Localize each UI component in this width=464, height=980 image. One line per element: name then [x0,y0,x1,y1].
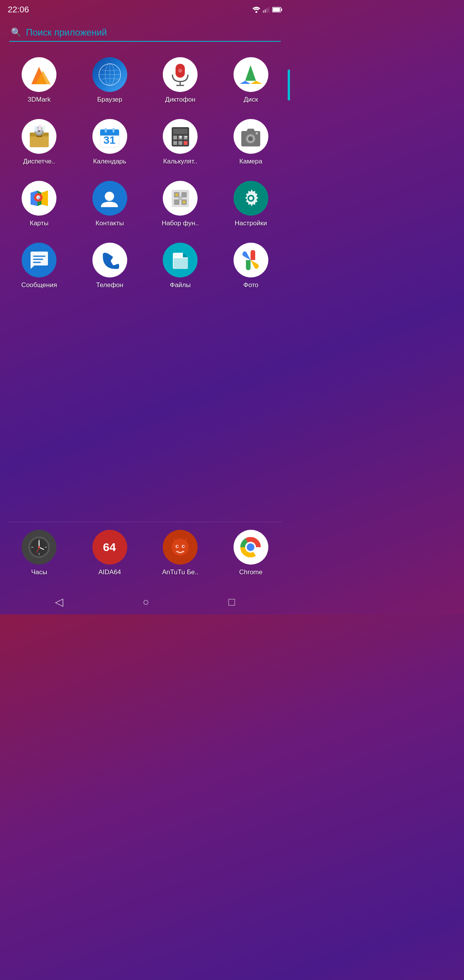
svg-marker-21 [245,65,256,81]
svg-rect-30 [34,126,38,131]
bottom-dock: Часы 64 AIDA64 [0,522,290,614]
svg-rect-66 [181,192,187,197]
app-icon-contacts [92,181,127,216]
app-label-drive: Диск [244,96,258,104]
svg-point-70 [175,193,178,196]
app-item-phone[interactable]: Телефон [75,236,145,298]
dock-icon-antutu [163,530,198,565]
svg-rect-41 [173,129,188,134]
svg-point-55 [256,132,258,134]
app-item-dictophone[interactable]: Диктофон [145,51,216,113]
app-icon-camera [234,119,268,154]
search-icon: 🔍 [11,27,21,37]
app-grid: 3DMark Браузер Д [0,51,290,298]
app-label-messages: Сообщения [21,281,57,289]
status-icons [252,7,282,13]
app-icon-browser [92,57,127,92]
app-item-funcset[interactable]: Набор фун.. [145,175,216,236]
app-icon-settings [234,181,268,216]
svg-point-100 [247,543,254,551]
app-item-files[interactable]: Файлы [145,236,216,298]
svg-rect-3 [266,8,268,13]
app-item-dispatcher[interactable]: Диспетче.. [4,113,75,175]
app-item-3dmark[interactable]: 3DMark [4,51,75,113]
nav-recents-button[interactable]: □ [229,596,235,608]
app-item-calendar[interactable]: 31 Календарь [75,113,145,175]
svg-rect-42 [173,136,177,140]
app-item-settings[interactable]: Настройки [216,175,287,236]
nav-home-button[interactable]: ○ [143,596,149,608]
dock-item-clock[interactable]: Часы [4,524,75,585]
app-icon-phone [92,243,127,277]
svg-point-54 [249,137,252,140]
dock-item-aida64[interactable]: 64 AIDA64 [75,524,145,585]
app-label-dictophone: Диктофон [165,96,196,104]
app-label-settings: Настройки [235,219,267,227]
app-icon-calculator [163,119,198,154]
app-label-calendar: Календарь [93,158,126,165]
svg-point-0 [256,11,258,13]
dock-icon-chrome [234,530,268,565]
app-item-contacts[interactable]: Контакты [75,175,145,236]
app-icon-dictophone [163,57,198,92]
status-time: 22:06 [8,5,29,15]
svg-rect-45 [173,141,177,145]
svg-marker-23 [251,81,262,84]
app-icon-3dmark [22,57,56,92]
svg-rect-39 [113,128,114,133]
app-label-maps: Карты [30,219,48,227]
dock-icon-aida64: 64 [92,530,127,565]
status-bar: 22:06 [0,0,290,18]
dock-divider [8,522,282,522]
svg-marker-22 [240,81,251,84]
nav-back-button[interactable]: ◁ [55,595,63,608]
svg-point-94 [183,546,184,547]
app-icon-maps: G [22,181,56,216]
svg-point-63 [105,192,114,201]
svg-rect-31 [38,125,41,130]
svg-rect-6 [281,9,282,11]
app-item-maps[interactable]: G Карты [4,175,75,236]
app-item-calculator[interactable]: Калькулят.. [145,113,216,175]
app-label-photos: Фото [243,281,258,289]
svg-text:G: G [38,196,40,200]
svg-text:31: 31 [104,134,116,146]
svg-point-71 [183,201,186,204]
app-icon-files [163,243,198,277]
svg-point-18 [178,69,182,73]
app-icon-drive [234,57,268,92]
svg-rect-38 [105,128,107,133]
svg-point-73 [249,196,253,200]
svg-rect-2 [265,9,266,13]
app-label-files: Файлы [170,281,191,289]
app-item-photos[interactable]: Фото [216,236,287,298]
signal-icon [263,7,270,13]
dock-apps: Часы 64 AIDA64 [0,524,290,589]
app-icon-photos [234,243,268,277]
app-label-browser: Браузер [97,96,122,104]
dock-item-chrome[interactable]: Chrome [216,524,287,585]
app-icon-messages [22,243,56,277]
dock-item-antutu[interactable]: AnTuTu Бе.. [145,524,216,585]
dock-label-clock: Часы [31,568,47,576]
app-icon-calendar: 31 [92,119,127,154]
svg-rect-47 [184,141,188,145]
dock-label-chrome: Chrome [239,568,263,576]
app-label-dispatcher: Диспетче.. [23,158,55,165]
svg-rect-67 [174,199,179,205]
app-label-calculator: Калькулят.. [163,158,197,165]
svg-rect-7 [273,8,280,12]
app-label-contacts: Контакты [96,219,124,227]
svg-rect-1 [263,10,264,13]
wifi-icon [252,7,261,13]
svg-rect-4 [268,7,270,13]
app-item-drive[interactable]: Диск [216,51,287,113]
app-label-3dmark: 3DMark [27,96,51,104]
app-item-browser[interactable]: Браузер [75,51,145,113]
search-bar[interactable]: 🔍 Поиск приложений [9,24,281,42]
svg-point-93 [177,546,178,547]
nav-bar: ◁ ○ □ [0,589,290,614]
app-item-messages[interactable]: Сообщения [4,236,75,298]
app-label-phone: Телефон [96,281,123,289]
app-item-camera[interactable]: Камера [216,113,287,175]
